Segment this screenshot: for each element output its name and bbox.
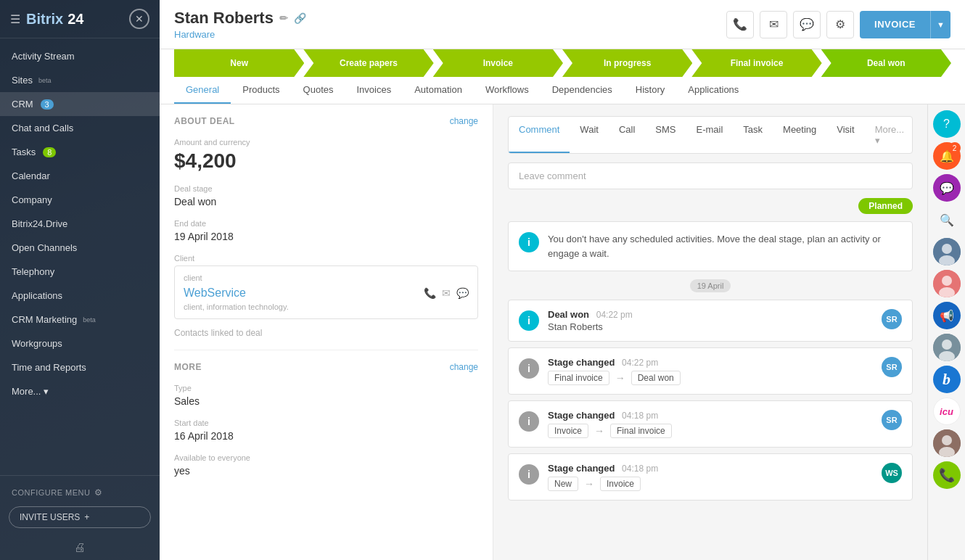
close-button[interactable]: ✕: [129, 9, 149, 29]
sidebar-item-time-reports[interactable]: Time and Reports: [0, 355, 160, 379]
tab-general[interactable]: General: [174, 77, 231, 104]
rs-icu-icon[interactable]: icu: [933, 398, 961, 425]
stage-final-invoice[interactable]: Final invoice: [691, 49, 821, 77]
stage-in-progress[interactable]: In progress: [562, 49, 692, 77]
stage-value: Deal won: [174, 196, 478, 207]
sidebar-item-tasks[interactable]: Tasks 8: [0, 140, 160, 164]
hamburger-icon[interactable]: ☰: [10, 12, 20, 26]
act-tab-wait[interactable]: Wait: [570, 117, 609, 153]
client-name[interactable]: WebService: [184, 287, 246, 300]
arrow-icon-3: →: [584, 478, 594, 490]
act-tab-task[interactable]: Task: [733, 117, 773, 153]
info-text: You don't have any scheduled activities.…: [548, 232, 902, 260]
tab-invoices[interactable]: Invoices: [345, 77, 403, 104]
amount-value: $4,200: [174, 149, 478, 173]
act-tab-email[interactable]: E-mail: [686, 117, 733, 153]
contact-subtitle[interactable]: Hardware: [174, 29, 306, 40]
act-tab-sms[interactable]: SMS: [645, 117, 686, 153]
settings-button[interactable]: ⚙: [826, 11, 854, 38]
phone-button[interactable]: 📞: [726, 11, 754, 38]
rs-avatar-1[interactable]: [933, 238, 961, 265]
activity-item-stage-2: i Stage changed 04:18 pm Invoice → Final…: [508, 400, 913, 448]
activity-title-stage-2: Stage changed 04:18 pm: [548, 410, 873, 421]
planned-area: Planned: [508, 198, 913, 221]
tab-quotes[interactable]: Quotes: [292, 77, 345, 104]
stage-in-progress-label: In progress: [604, 58, 651, 68]
stage-create-papers[interactable]: Create papers: [303, 49, 433, 77]
link-icon[interactable]: 🔗: [294, 12, 306, 24]
sidebar-item-telephony[interactable]: Telephony: [0, 260, 160, 284]
stage-deal-won[interactable]: Deal won: [821, 49, 951, 77]
configure-menu-button[interactable]: CONFIGURE MENU ⚙: [9, 483, 151, 502]
sidebar-header: ☰ Bitrix 24 ✕: [0, 0, 160, 38]
edit-icon[interactable]: ✏: [279, 12, 288, 24]
tab-dependencies[interactable]: Dependencies: [541, 77, 624, 104]
sidebar-item-bitrix24drive[interactable]: Bitrix24.Drive: [0, 212, 160, 236]
tab-workflows[interactable]: Workflows: [474, 77, 541, 104]
sidebar-item-workgroups[interactable]: Workgroups: [0, 332, 160, 355]
act-tab-comment[interactable]: Comment: [509, 117, 570, 153]
rs-phone-icon[interactable]: 📞: [933, 461, 961, 489]
client-phone-icon[interactable]: 📞: [424, 287, 436, 299]
rs-avatar-4[interactable]: [933, 429, 961, 457]
comment-input[interactable]: Leave comment: [508, 162, 913, 189]
invite-users-button[interactable]: INVITE USERS +: [9, 506, 151, 528]
activity-icon-stage-1: i: [519, 358, 539, 379]
stage-deal-won-label: Deal won: [867, 58, 906, 68]
tab-history[interactable]: History: [624, 77, 676, 104]
rs-help-icon[interactable]: ?: [933, 110, 961, 138]
rs-notifications-icon[interactable]: 🔔 2: [933, 142, 961, 170]
contact-name-text: Stan Roberts: [174, 9, 274, 28]
act-tab-call[interactable]: Call: [609, 117, 645, 153]
client-chat-icon[interactable]: 💬: [456, 287, 469, 299]
stage-new[interactable]: New: [174, 49, 304, 77]
sidebar-item-applications[interactable]: Applications: [0, 284, 160, 308]
more-change[interactable]: change: [450, 362, 478, 372]
type-field: Type Sales: [174, 384, 478, 407]
tab-applications[interactable]: Applications: [676, 77, 750, 104]
info-box-schedule: i You don't have any scheduled activitie…: [508, 221, 913, 271]
invoice-button[interactable]: INVOICE: [860, 11, 930, 38]
sidebar-item-calendar[interactable]: Calendar: [0, 164, 160, 188]
content-tabs: General Products Quotes Invoices Automat…: [160, 77, 965, 104]
sidebar-item-company[interactable]: Company: [0, 188, 160, 212]
client-label: Client: [174, 254, 478, 263]
act-tab-more[interactable]: More... ▾: [865, 117, 913, 153]
tab-products[interactable]: Products: [231, 77, 291, 104]
invoice-dropdown-button[interactable]: ▼: [930, 11, 950, 38]
sidebar-item-sites[interactable]: Sites beta: [0, 68, 160, 92]
client-email-icon[interactable]: ✉: [442, 287, 451, 299]
rs-broadcast-icon[interactable]: 📢: [933, 302, 961, 329]
stage-change-2: Invoice → Final invoice: [548, 424, 873, 438]
print-icon[interactable]: 🖨: [0, 535, 160, 560]
act-tab-visit[interactable]: Visit: [826, 117, 864, 153]
about-deal-change[interactable]: change: [450, 116, 478, 126]
sidebar-item-crm-marketing[interactable]: CRM Marketing beta: [0, 308, 160, 332]
sidebar-footer: CONFIGURE MENU ⚙ INVITE USERS +: [0, 475, 160, 535]
sidebar-item-chat-calls[interactable]: Chat and Calls: [0, 116, 160, 140]
rs-b-icon[interactable]: b: [933, 366, 961, 393]
rs-avatar-2[interactable]: [933, 270, 961, 297]
sidebar-item-crm[interactable]: CRM 3: [0, 92, 160, 116]
stage-change-1: Final invoice → Deal won: [548, 371, 873, 385]
avatar-stage-1: SR: [882, 357, 902, 377]
svg-point-4: [942, 276, 952, 286]
stage-field: Deal stage Deal won: [174, 184, 478, 207]
stage-invoice[interactable]: Invoice: [433, 49, 563, 77]
act-tab-meeting[interactable]: Meeting: [773, 117, 826, 153]
rs-avatar-3[interactable]: [933, 334, 961, 361]
start-date-value: 16 April 2018: [174, 430, 478, 442]
email-button[interactable]: ✉: [760, 11, 787, 38]
chat-button[interactable]: 💬: [793, 11, 821, 38]
rs-chat-icon[interactable]: 💬: [933, 174, 961, 202]
crm-badge: 3: [41, 99, 54, 110]
sidebar-item-open-channels[interactable]: Open Channels: [0, 236, 160, 260]
sidebar-item-more[interactable]: More... ▾: [0, 379, 160, 403]
tab-content: ABOUT DEAL change Amount and currency $4…: [160, 104, 965, 560]
svg-point-1: [942, 244, 952, 254]
rs-search-icon[interactable]: 🔍: [933, 206, 961, 234]
rs-notification-badge: 2: [949, 142, 961, 154]
tab-automation[interactable]: Automation: [403, 77, 474, 104]
activity-time-deal-won: 04:22 pm: [596, 310, 633, 320]
sidebar-item-activity-stream[interactable]: Activity Stream: [0, 44, 160, 68]
